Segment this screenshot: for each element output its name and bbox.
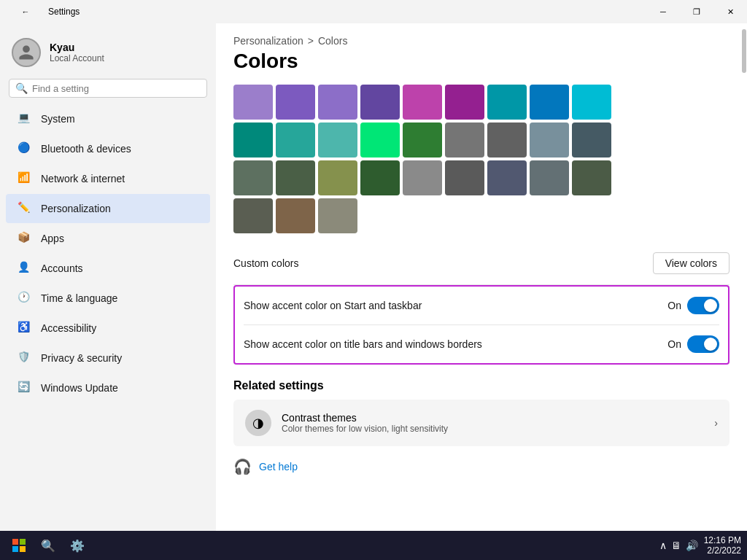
chevron-up-icon[interactable]: ∧: [659, 540, 667, 551]
breadcrumb-parent: Personalization: [233, 35, 303, 47]
color-swatch-1-7[interactable]: [530, 122, 569, 158]
color-swatch-2-0[interactable]: [233, 160, 273, 195]
start-button[interactable]: [6, 532, 32, 559]
contrast-themes-text: Contrast themes Color themes for low vis…: [282, 412, 448, 434]
view-colors-button[interactable]: View colors: [653, 252, 729, 274]
maximize-button[interactable]: ❐: [680, 0, 713, 23]
color-swatch-1-6[interactable]: [487, 122, 527, 158]
nav-list: 💻System🔵Bluetooth & devices📶Network & in…: [0, 104, 216, 403]
sidebar-item-system[interactable]: 💻System: [6, 104, 210, 133]
close-button[interactable]: ✕: [713, 0, 747, 23]
color-swatch-2-1[interactable]: [276, 160, 315, 195]
app-body: Kyau Local Account 🔍 💻System🔵Bluetooth &…: [0, 23, 747, 531]
color-swatch-0-3[interactable]: [360, 85, 400, 120]
contrast-themes-item[interactable]: ◑ Contrast themes Color themes for low v…: [233, 400, 729, 446]
nav-label-windows-update: Windows Update: [41, 382, 118, 394]
back-button[interactable]: ←: [9, 0, 42, 23]
color-swatch-1-5[interactable]: [445, 122, 484, 158]
windows-logo-icon: [12, 539, 26, 552]
sidebar-item-bluetooth[interactable]: 🔵Bluetooth & devices: [6, 134, 210, 163]
nav-label-privacy: Privacy & security: [41, 352, 122, 364]
color-swatch-2-5[interactable]: [445, 160, 484, 195]
contrast-themes-name: Contrast themes: [282, 412, 448, 424]
color-swatch-3-0[interactable]: [233, 198, 273, 233]
search-input[interactable]: [32, 83, 201, 94]
custom-colors-label: Custom colors: [233, 257, 298, 269]
sidebar-item-network[interactable]: 📶Network & internet: [6, 164, 210, 193]
color-swatch-2-7[interactable]: [530, 160, 569, 195]
color-swatch-1-3[interactable]: [360, 122, 400, 158]
sidebar-item-time[interactable]: 🕐Time & language: [6, 284, 210, 313]
taskbar-right: ∧ 🖥 🔊 12:16 PM 2/2/2022: [659, 535, 741, 556]
color-row-2: [233, 160, 729, 195]
color-swatch-0-8[interactable]: [572, 85, 611, 120]
nav-label-accounts: Accounts: [41, 262, 83, 274]
volume-icon[interactable]: 🔊: [686, 540, 698, 551]
user-avatar-icon: [18, 44, 35, 61]
nav-icon-accounts: 👤: [18, 261, 32, 276]
color-swatch-0-7[interactable]: [530, 85, 569, 120]
color-swatch-3-1[interactable]: [276, 198, 315, 233]
nav-label-time: Time & language: [41, 292, 117, 304]
color-swatch-2-2[interactable]: [318, 160, 357, 195]
chevron-right-icon: ›: [714, 417, 718, 429]
breadcrumb: Personalization > Colors: [233, 35, 729, 47]
breadcrumb-arrow: >: [308, 35, 314, 47]
color-swatch-0-2[interactable]: [318, 85, 357, 120]
nav-icon-apps: 📦: [18, 231, 32, 246]
nav-icon-system: 💻: [18, 112, 32, 126]
sidebar-item-personalization[interactable]: ✏️Personalization: [6, 194, 210, 223]
get-help-section[interactable]: 🎧 Get help: [233, 458, 729, 475]
scrollbar-track[interactable]: [741, 23, 747, 531]
color-swatch-2-4[interactable]: [403, 160, 442, 195]
sidebar-item-accessibility[interactable]: ♿Accessibility: [6, 314, 210, 343]
color-swatch-0-4[interactable]: [403, 85, 442, 120]
color-swatch-2-6[interactable]: [487, 160, 527, 195]
color-grid: [233, 85, 729, 233]
color-swatch-1-4[interactable]: [403, 122, 442, 158]
color-swatch-0-1[interactable]: [276, 85, 315, 120]
minimize-button[interactable]: ─: [646, 0, 680, 23]
sidebar: Kyau Local Account 🔍 💻System🔵Bluetooth &…: [0, 23, 216, 531]
toggle-start-container: On: [667, 297, 719, 314]
breadcrumb-current: Colors: [318, 35, 347, 47]
color-row-3: [233, 198, 729, 233]
color-swatch-3-2[interactable]: [318, 198, 357, 233]
toggle-start-switch[interactable]: [687, 297, 719, 314]
user-name: Kyau: [50, 42, 104, 53]
color-swatch-2-8[interactable]: [572, 160, 611, 195]
sidebar-item-accounts[interactable]: 👤Accounts: [6, 254, 210, 283]
toggle-start-knob: [704, 299, 717, 312]
taskbar-settings-button[interactable]: ⚙️: [64, 532, 90, 559]
nav-label-system: System: [41, 113, 75, 125]
toggle-titlebar-switch[interactable]: [687, 335, 719, 353]
color-swatch-0-6[interactable]: [487, 85, 527, 120]
sidebar-item-windows-update[interactable]: 🔄Windows Update: [6, 373, 210, 402]
svg-rect-2: [12, 546, 18, 552]
titlebar: ← Settings ─ ❐ ✕: [0, 0, 747, 23]
custom-colors-row: Custom colors View colors: [233, 242, 729, 285]
taskbar-time[interactable]: 12:16 PM 2/2/2022: [704, 535, 741, 556]
color-swatch-1-1[interactable]: [276, 122, 315, 158]
color-swatch-1-0[interactable]: [233, 122, 273, 158]
help-icon: 🎧: [233, 458, 252, 475]
svg-rect-3: [20, 546, 26, 552]
color-swatch-0-0[interactable]: [233, 85, 273, 120]
color-swatch-1-8[interactable]: [572, 122, 611, 158]
sidebar-item-privacy[interactable]: 🛡️Privacy & security: [6, 343, 210, 373]
network-icon[interactable]: 🖥: [671, 540, 681, 551]
get-help-label: Get help: [259, 461, 298, 472]
titlebar-left: ← Settings: [9, 0, 80, 23]
taskbar-left: 🔍 ⚙️: [6, 532, 90, 559]
scrollbar-thumb[interactable]: [742, 29, 746, 73]
color-swatch-2-3[interactable]: [360, 160, 400, 195]
color-swatch-0-5[interactable]: [445, 85, 484, 120]
nav-icon-personalization: ✏️: [18, 201, 32, 216]
toggle-titlebar-row: Show accent color on title bars and wind…: [244, 325, 719, 363]
search-box[interactable]: 🔍: [9, 79, 207, 98]
toggle-titlebar-container: On: [667, 335, 719, 353]
color-swatch-1-2[interactable]: [318, 122, 357, 158]
color-row-1: [233, 122, 729, 158]
taskbar-search-button[interactable]: 🔍: [35, 532, 61, 559]
sidebar-item-apps[interactable]: 📦Apps: [6, 224, 210, 253]
